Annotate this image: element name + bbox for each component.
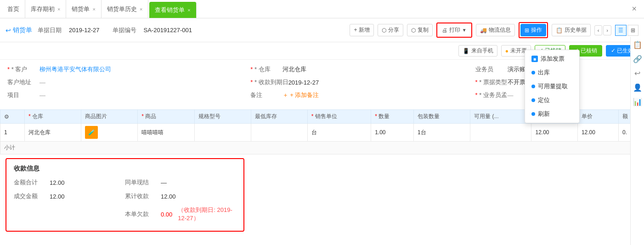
locate-dot	[531, 98, 535, 102]
new-button[interactable]: + 新增	[350, 24, 373, 36]
from-mobile-button[interactable]: 📱 来自手机	[458, 45, 497, 57]
col-min-stock: 最低库存	[251, 110, 307, 124]
col-quantity: 数量	[371, 110, 414, 124]
due-note: （收款到期日: 2019-12-27）	[178, 206, 236, 222]
total-amount-label: 金额合计	[14, 178, 46, 187]
col-avail-qty: 可用量 (...	[470, 110, 531, 124]
logistics-icon: 🚚	[480, 27, 487, 34]
tab-sales-history[interactable]: 销货单历史 ×	[102, 0, 148, 18]
payment-title: 收款信息	[14, 165, 236, 173]
right-sidebar: 📋 🔗 ↩ 👤 📊 ⤢	[630, 37, 644, 245]
print-button-highlight: 🖨 打印 ▼	[436, 23, 472, 38]
plus-icon: ＋	[282, 91, 288, 99]
doc-meta: 单据日期 2019-12-27 单据编号 SA-20191227-001	[38, 26, 192, 34]
col-pkg-qty: 包装数量	[414, 110, 470, 124]
transaction-row: 成交金额 12.00	[14, 192, 125, 200]
operate-button[interactable]: ⊞ 操作	[520, 24, 546, 36]
sidebar-icon-5[interactable]: 📊	[633, 97, 642, 106]
tab-sales-order[interactable]: 销货单 ×	[66, 0, 101, 18]
history-button[interactable]: 📋 历史单据	[552, 24, 591, 36]
cumulative-label: 累计收款	[125, 192, 157, 200]
row-quantity: 1.00	[371, 124, 414, 142]
col-warehouse: 仓库	[25, 110, 81, 124]
cumulative-value: 12.00	[161, 193, 176, 200]
refresh-dot	[531, 112, 535, 116]
due-row: 本单欠款 0.00 （收款到期日: 2019-12-27）	[125, 206, 236, 222]
outbound-item[interactable]: 出库	[525, 66, 579, 80]
operate-icon: ⊞	[525, 27, 529, 34]
transaction-value: 12.00	[50, 193, 65, 200]
address-value: —	[40, 79, 45, 86]
add-note-button[interactable]: ＋ + 添加备注	[282, 91, 319, 99]
copy-button[interactable]: ⬡ 复制	[407, 24, 433, 36]
employee2-value: —	[508, 92, 514, 99]
date-value: 2019-12-27	[69, 27, 100, 34]
print-button[interactable]: 🖨 打印 ▼	[438, 24, 470, 36]
address-group: 客户地址 —	[7, 78, 232, 86]
address-label: 客户地址	[7, 78, 40, 86]
history-icon: 📋	[556, 27, 563, 34]
tab-view-sales[interactable]: 查看销货单 ×	[149, 2, 196, 18]
tab-close-inventory[interactable]: ×	[57, 6, 60, 12]
row-product: 嘻嘻嘻嘻	[138, 124, 194, 142]
nav-arrows: ‹ ›	[594, 25, 611, 35]
row-min-stock	[251, 124, 307, 142]
warehouse-label: * 仓库	[250, 65, 282, 74]
project-label: 项目	[7, 91, 40, 99]
nav-prev-button[interactable]: ‹	[594, 25, 603, 35]
settlement-value: —	[161, 179, 167, 186]
sidebar-icon-3[interactable]: ↩	[634, 69, 640, 78]
doc-actions: + 新增 ⬡ 分享 ⬡ 复制 🖨 打印 ▼ 🚚	[350, 22, 638, 38]
row-warehouse: 河北仓库	[25, 124, 81, 142]
tab-home[interactable]: 首页	[4, 0, 25, 18]
row-num: 1	[0, 124, 25, 142]
col-sales-unit: 销售单位	[307, 110, 371, 124]
tab-close-view[interactable]: ×	[187, 7, 190, 13]
ticket-type-value: 不开票	[508, 78, 525, 86]
tab-close-history[interactable]: ×	[140, 6, 142, 12]
sidebar-icon-4[interactable]: 👤	[633, 83, 642, 92]
transaction-label: 成交金额	[14, 192, 46, 200]
tab-inventory-init[interactable]: 库存期初 ×	[25, 0, 66, 18]
tab-close-sales[interactable]: ×	[92, 6, 95, 12]
product-image: 🧪	[85, 126, 98, 139]
add-invoice-item[interactable]: ■ 添加发票	[525, 52, 579, 66]
doc-icon: ↩ 销货单	[6, 26, 32, 34]
table-row: 1 河北仓库 🧪 嘻嘻嘻嘻 台 1.00 1台	[0, 124, 644, 142]
view-toggle: ☰ ⊞	[615, 25, 638, 36]
payment-section: 收款信息 金额合计 12.00 同单现结 — 成交金额 12.00 累计收款 1…	[6, 158, 244, 232]
logistics-button[interactable]: 🚚 物流信息	[476, 24, 515, 36]
sales-order-icon: ↩	[6, 27, 11, 34]
share-button[interactable]: ⬡ 分享	[378, 24, 403, 36]
ticket-icon: ●	[505, 48, 508, 54]
total-amount-row: 金额合计 12.00	[14, 178, 125, 187]
customer-value[interactable]: 柳州粤港平安气体有限公司	[40, 65, 111, 74]
row-product-img: 🧪	[81, 124, 138, 142]
total-amount-value: 12.00	[50, 179, 65, 186]
operate-dropdown: ■ 添加发票 出库 可用量提取 定位 刷新	[525, 50, 580, 123]
number-label: 单据编号	[113, 26, 136, 34]
note-label: 备注	[250, 91, 282, 99]
available-qty-item[interactable]: 可用量提取	[525, 80, 579, 93]
warehouse-group: * 仓库 河北仓库	[232, 65, 457, 74]
sidebar-icon-2[interactable]: 🔗	[633, 55, 642, 63]
row-spec	[194, 124, 251, 142]
project-value: —	[40, 92, 45, 99]
window-close-button[interactable]: ×	[628, 4, 640, 14]
operate-button-highlight: ⊞ 操作	[519, 22, 548, 38]
locate-item[interactable]: 定位	[525, 93, 579, 107]
refresh-item[interactable]: 刷新	[525, 107, 579, 121]
customer-label: * 客户	[7, 65, 40, 74]
nav-next-button[interactable]: ›	[603, 25, 611, 35]
col-settings[interactable]: ⚙	[0, 110, 25, 124]
sidebar-icon-1[interactable]: 📋	[633, 40, 642, 49]
doc-title-area: ↩ 销货单 单据日期 2019-12-27 单据编号 SA-20191227-0…	[6, 26, 350, 34]
due-value: 0.00	[161, 211, 172, 218]
copy-icon: ⬡	[411, 27, 416, 34]
product-img-icon: 🧪	[88, 129, 95, 136]
col-product-img: 商品图片	[81, 110, 138, 124]
print-dropdown-icon: ▼	[462, 28, 467, 33]
view-list-button[interactable]: ☰	[615, 25, 627, 36]
date-label: 单据日期	[38, 26, 62, 34]
view-grid-button[interactable]: ⊞	[627, 25, 638, 36]
